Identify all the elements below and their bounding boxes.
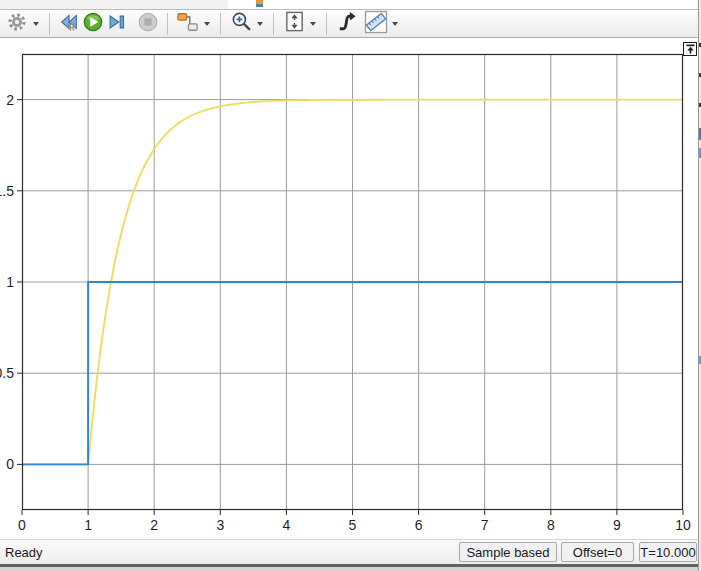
x-tick-label: 5 [349,517,357,533]
arrow-up-icon [685,44,696,55]
status-offset: Offset=0 [561,542,634,562]
trigger-icon [336,10,359,37]
status-bar: Ready Sample based Offset=0 T=10.000 [0,539,701,564]
toolbar-separator [167,13,168,35]
zoom-in-button[interactable] [228,11,254,37]
desktop-background-strip [0,567,701,571]
x-tick-label: 6 [415,517,423,533]
stop-icon [137,11,159,37]
x-tick-label: 2 [150,517,158,533]
settings-dropdown[interactable] [30,11,42,37]
toolbar-separator [273,13,274,35]
step-back-icon [58,11,80,37]
run-icon [82,11,104,37]
toolbar-separator [326,13,327,35]
highlight-block-dropdown[interactable] [201,11,213,37]
x-tick-label: 9 [613,517,621,533]
measurements-button[interactable] [363,11,389,37]
toolbar-separator [49,13,50,35]
title-strip-highlight [228,0,697,9]
y-tick-label: 1.5 [0,183,14,199]
toolbar-separator [220,13,221,35]
simulink-blocks-icon [176,11,200,37]
scope-toolbar [0,10,701,38]
y-tick-label: 0.5 [0,365,14,381]
measurements-dropdown[interactable] [389,11,401,37]
scope-plot-region: 01234567891000.511.52 [0,38,701,539]
zoom-dropdown[interactable] [254,11,266,37]
settings-button[interactable] [4,11,30,37]
gear-icon [7,12,27,36]
x-tick-label: 3 [216,517,224,533]
status-sim-time: T=10.000 [639,542,697,562]
y-tick-label: 0 [6,456,14,472]
x-tick-label: 4 [283,517,291,533]
step-forward-icon [106,11,128,37]
fit-to-view-dropdown[interactable] [307,11,319,37]
x-tick-label: 7 [481,517,489,533]
scope-plot[interactable]: 01234567891000.511.52 [0,38,697,539]
fit-to-view-button[interactable] [281,11,307,37]
status-ready: Ready [5,545,43,560]
x-tick-label: 1 [84,517,92,533]
step-forward-button[interactable] [105,11,129,37]
y-tick-label: 2 [6,92,14,108]
run-button[interactable] [81,11,105,37]
x-tick-label: 10 [675,517,691,533]
highlight-block-button[interactable] [175,11,201,37]
y-tick-label: 1 [6,274,14,290]
x-tick-label: 0 [18,517,26,533]
status-sample-mode: Sample based [459,542,557,562]
zoom-in-icon [230,10,253,37]
title-strip [0,0,701,10]
scope-window: 01234567891000.511.52 Ready Sample based… [0,0,701,571]
trigger-button[interactable] [334,11,360,37]
x-tick-label: 8 [547,517,555,533]
ruler-icon [364,10,388,38]
collapse-up-button[interactable] [683,42,697,56]
scope-icon-fragment [256,0,263,7]
step-back-button[interactable] [57,11,81,37]
stop-button[interactable] [136,11,160,37]
fit-to-view-icon [283,10,306,37]
